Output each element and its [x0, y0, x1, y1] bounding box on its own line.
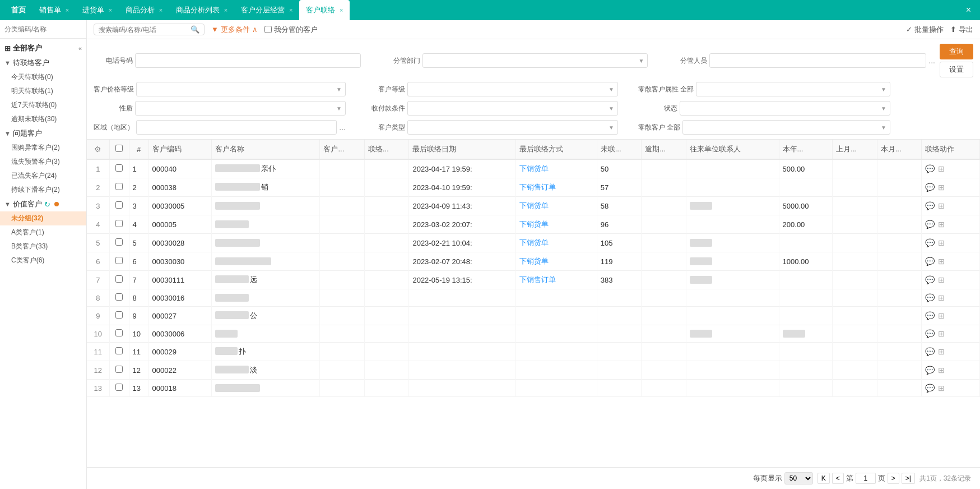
row-checkbox-2[interactable] — [115, 201, 123, 209]
row-checkbox-11[interactable] — [115, 366, 123, 373]
region-dots-button[interactable]: ... — [339, 123, 346, 132]
section-value-customers[interactable]: ▼ 价值客户 ↻ — [0, 197, 86, 211]
sidebar-all-customers[interactable]: ⊞ 全部客户 « — [0, 39, 86, 56]
tab-product-analysis-list[interactable]: 商品分析列表 × — [169, 0, 234, 20]
close-product-analysis-icon[interactable]: × — [159, 7, 162, 13]
main-search-icon[interactable]: 🔍 — [191, 25, 199, 34]
tab-purchase-order[interactable]: 进货单 × — [76, 0, 119, 20]
row-checkbox-7[interactable] — [115, 293, 123, 301]
sidebar-item-overdue[interactable]: 逾期未联络(30) — [0, 112, 86, 126]
th-last-month[interactable]: 上月... — [833, 140, 877, 159]
prev-page-button[interactable]: < — [832, 473, 844, 484]
row-checkbox-10[interactable] — [115, 347, 123, 354]
last-method-link-2[interactable]: 下销货单 — [519, 201, 549, 210]
action-chat-icon-3[interactable]: 💬 — [925, 220, 935, 229]
action-grid-icon-9[interactable]: ⊞ — [938, 329, 945, 338]
refresh-icon[interactable]: ↻ — [44, 200, 50, 209]
status-select[interactable]: ▼ — [680, 101, 890, 116]
department-select[interactable]: ▼ — [422, 53, 648, 68]
sidebar-item-tomorrow[interactable]: 明天待联络(1) — [0, 84, 86, 98]
phone-input[interactable] — [135, 53, 361, 68]
cell-check-9[interactable] — [109, 325, 129, 343]
th-customer-cat[interactable]: 客户... — [320, 140, 364, 159]
last-method-link-0[interactable]: 下销货单 — [519, 164, 549, 173]
action-chat-icon-2[interactable]: 💬 — [925, 201, 935, 210]
row-checkbox-9[interactable] — [115, 329, 123, 336]
sidebar-item-7days[interactable]: 近7天待联络(0) — [0, 98, 86, 112]
th-last-method[interactable]: 最后联络方式 — [515, 140, 597, 159]
action-grid-icon-2[interactable]: ⊞ — [938, 201, 945, 210]
action-chat-icon-10[interactable]: 💬 — [925, 347, 935, 356]
action-chat-icon-7[interactable]: 💬 — [925, 293, 935, 302]
close-sales-order-icon[interactable]: × — [66, 7, 69, 13]
sidebar-item-churn-risk[interactable]: 流失预警客户(3) — [0, 155, 86, 169]
query-button[interactable]: 查询 — [940, 44, 973, 59]
cell-last-method-0[interactable]: 下销货单 — [515, 159, 597, 178]
retail-customer-select[interactable]: ▼ — [682, 120, 890, 135]
cell-last-method-3[interactable]: 下销货单 — [515, 215, 597, 234]
action-chat-icon-8[interactable]: 💬 — [925, 311, 935, 320]
section-pending-contact[interactable]: ▼ 待联络客户 — [0, 56, 86, 70]
action-grid-icon-7[interactable]: ⊞ — [938, 293, 945, 302]
th-customer-code[interactable]: 客户编码 — [148, 140, 212, 159]
export-button[interactable]: ⬆ 导出 — [950, 25, 973, 35]
cell-check-7[interactable] — [109, 289, 129, 307]
home-tab[interactable]: 首页 — [4, 0, 32, 20]
last-page-button[interactable]: >| — [902, 473, 915, 484]
th-customer-name[interactable]: 客户名称 — [212, 140, 320, 159]
action-grid-icon-5[interactable]: ⊞ — [938, 257, 945, 266]
manager-select[interactable] — [709, 53, 926, 68]
cell-check-6[interactable] — [109, 271, 129, 289]
sidebar-item-class-a[interactable]: A类客户(1) — [0, 225, 86, 239]
region-select[interactable] — [136, 120, 337, 135]
settings-icon[interactable]: ⚙ — [94, 145, 101, 154]
action-grid-icon-6[interactable]: ⊞ — [938, 275, 945, 284]
nature-select[interactable]: ▼ — [135, 101, 346, 116]
page-input[interactable] — [856, 473, 876, 484]
action-grid-icon-11[interactable]: ⊞ — [938, 366, 945, 375]
cell-check-10[interactable] — [109, 343, 129, 361]
last-method-link-1[interactable]: 下销售订单 — [519, 183, 556, 191]
sidebar-item-hoarding[interactable]: 囤购异常客户(2) — [0, 141, 86, 155]
action-grid-icon-8[interactable]: ⊞ — [938, 311, 945, 320]
action-chat-icon-6[interactable]: 💬 — [925, 275, 935, 284]
action-chat-icon-4[interactable]: 💬 — [925, 238, 935, 247]
main-search-input[interactable] — [99, 26, 188, 34]
action-chat-icon-0[interactable]: 💬 — [925, 164, 935, 173]
close-product-analysis-list-icon[interactable]: × — [224, 7, 227, 13]
more-conditions-button[interactable]: ▼ 更多条件 ∧ — [211, 25, 258, 35]
action-chat-icon-1[interactable]: 💬 — [925, 183, 935, 192]
th-unit-contact[interactable]: 往来单位联系人 — [686, 140, 779, 159]
th-this-year[interactable]: 本年... — [779, 140, 833, 159]
page-size-select[interactable]: 50 20 100 — [784, 472, 813, 485]
close-customer-segment-icon[interactable]: × — [289, 7, 292, 13]
sidebar-item-declining[interactable]: 持续下滑客户(2) — [0, 183, 86, 197]
cell-check-0[interactable] — [109, 159, 129, 178]
row-checkbox-3[interactable] — [115, 220, 123, 227]
sidebar-item-ungrouped[interactable]: 未分组(32) — [0, 211, 86, 225]
cell-check-4[interactable] — [109, 234, 129, 252]
cell-check-2[interactable] — [109, 197, 129, 215]
close-purchase-order-icon[interactable]: × — [109, 7, 112, 13]
action-grid-icon-12[interactable]: ⊞ — [938, 384, 945, 393]
last-method-link-6[interactable]: 下销售订单 — [519, 275, 556, 284]
action-grid-icon-3[interactable]: ⊞ — [938, 220, 945, 229]
first-page-button[interactable]: K — [818, 473, 830, 484]
next-page-button[interactable]: > — [888, 473, 899, 484]
cell-last-method-6[interactable]: 下销售订单 — [515, 271, 597, 289]
action-chat-icon-11[interactable]: 💬 — [925, 366, 935, 375]
tab-sales-order[interactable]: 销售单 × — [32, 0, 76, 20]
my-customers-checkbox[interactable] — [264, 26, 272, 33]
action-chat-icon-5[interactable]: 💬 — [925, 257, 935, 266]
cell-last-method-2[interactable]: 下销货单 — [515, 197, 597, 215]
cell-check-1[interactable] — [109, 178, 129, 197]
cell-last-method-5[interactable]: 下销货单 — [515, 252, 597, 271]
action-grid-icon-4[interactable]: ⊞ — [938, 238, 945, 247]
cell-check-3[interactable] — [109, 215, 129, 234]
th-last-date[interactable]: 最后联络日期 — [409, 140, 515, 159]
th-checkbox[interactable] — [109, 140, 129, 159]
th-settings[interactable]: ⚙ — [87, 140, 109, 159]
retail-attr-select[interactable]: ▼ — [696, 82, 890, 96]
th-this-month[interactable]: 本月... — [877, 140, 921, 159]
cell-check-12[interactable] — [109, 380, 129, 397]
